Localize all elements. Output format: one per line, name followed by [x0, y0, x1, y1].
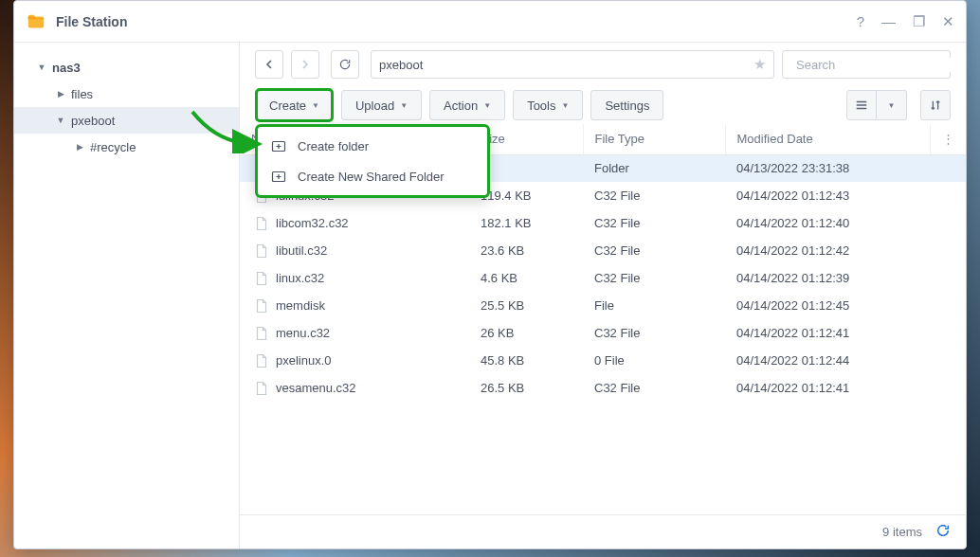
file-name: vesamenu.c32 [276, 381, 356, 395]
chevron-down-icon: ▼ [483, 101, 491, 110]
titlebar: File Station ? — ❐ ✕ [14, 1, 966, 43]
table-row[interactable]: libcom32.c32182.1 KBC32 File04/14/2022 0… [240, 209, 966, 237]
view-mode-group: ▼ [846, 90, 907, 120]
btn-label: Create [269, 99, 306, 113]
sort-button[interactable] [920, 90, 951, 120]
caret-right-icon: ▶ [75, 142, 84, 152]
tree-item-recycle[interactable]: ▶ #recycle [14, 134, 239, 160]
file-name: memdisk [276, 298, 325, 313]
new-shared-icon [271, 169, 286, 184]
sidebar: ▼ nas3 ▶ files ▼ pxeboot ▶ #recycle [14, 43, 240, 548]
file-type: C32 File [583, 182, 725, 209]
settings-button[interactable]: Settings [590, 90, 663, 120]
window-title: File Station [56, 14, 857, 29]
file-icon [255, 216, 268, 231]
tree-item-pxeboot[interactable]: ▼ pxeboot [14, 107, 239, 134]
file-size: 26 KB [469, 319, 583, 347]
window-controls: ? — ❐ ✕ [857, 14, 954, 28]
tree-label: pxeboot [71, 114, 115, 128]
file-icon [255, 353, 268, 368]
file-modified: 04/13/2022 23:31:38 [725, 154, 931, 182]
file-name: linux.c32 [276, 271, 324, 285]
menu-label: Create New Shared Folder [298, 170, 445, 184]
star-icon[interactable]: ★ [753, 56, 766, 73]
btn-label: Upload [355, 99, 394, 113]
file-icon [255, 298, 268, 314]
file-type: Folder [583, 154, 725, 182]
file-size: 23.6 KB [469, 237, 583, 264]
file-icon [255, 271, 268, 286]
tree-root[interactable]: ▼ nas3 [14, 54, 239, 81]
file-icon [255, 381, 268, 396]
file-type: C32 File [583, 374, 725, 402]
file-modified: 04/14/2022 01:12:43 [725, 182, 931, 209]
caret-down-icon: ▼ [56, 116, 65, 125]
file-modified: 04/14/2022 01:12:42 [725, 237, 931, 264]
path-input[interactable] [379, 58, 753, 72]
list-view-button[interactable] [846, 90, 877, 120]
body: ▼ nas3 ▶ files ▼ pxeboot ▶ #recycle [14, 43, 966, 548]
create-dropdown: Create folder Create New Shared Folder [255, 124, 490, 198]
file-name: libutil.c32 [276, 243, 327, 258]
tree-label: files [71, 87, 93, 101]
file-size: 25.5 KB [469, 292, 583, 319]
tree-label: #recycle [90, 140, 136, 154]
create-button[interactable]: Create ▼ [255, 88, 334, 122]
chevron-down-icon: ▼ [312, 101, 319, 110]
help-button[interactable]: ? [857, 14, 864, 28]
btn-label: Settings [605, 99, 649, 113]
btn-label: Action [444, 99, 478, 113]
view-dropdown-button[interactable]: ▼ [877, 90, 907, 120]
file-type: C32 File [583, 319, 725, 347]
search-input[interactable] [796, 58, 955, 72]
create-shared-folder-item[interactable]: Create New Shared Folder [258, 161, 487, 191]
file-type: File [583, 292, 725, 319]
file-modified: 04/14/2022 01:12:45 [725, 292, 931, 319]
maximize-button[interactable]: ❐ [913, 14, 925, 28]
file-modified: 04/14/2022 01:12:44 [725, 347, 931, 374]
file-icon [255, 326, 268, 341]
app-folder-icon [26, 11, 46, 32]
file-name: pxelinux.0 [276, 353, 332, 368]
nav-toolbar: ★ [240, 43, 966, 86]
table-row[interactable]: linux.c324.6 KBC32 File04/14/2022 01:12:… [240, 264, 966, 292]
file-size: 4.6 KB [469, 264, 583, 292]
main-panel: ★ Create ▼ Upload ▼ Action ▼ [240, 43, 966, 548]
close-button[interactable]: ✕ [942, 14, 954, 28]
file-type: 0 File [583, 347, 725, 374]
tree-item-files[interactable]: ▶ files [14, 81, 239, 107]
item-count: 9 items [882, 525, 922, 539]
upload-button[interactable]: Upload ▼ [341, 90, 422, 120]
col-more[interactable]: ⋮ [931, 124, 967, 154]
table-row[interactable]: vesamenu.c3226.5 KBC32 File04/14/2022 01… [240, 374, 966, 402]
path-field[interactable]: ★ [371, 50, 774, 79]
file-name: menu.c32 [276, 326, 330, 340]
file-modified: 04/14/2022 01:12:39 [725, 264, 931, 292]
forward-button[interactable] [291, 50, 319, 79]
refresh-icon[interactable] [935, 523, 951, 542]
file-size: 26.5 KB [469, 374, 583, 402]
file-modified: 04/14/2022 01:12:41 [725, 374, 931, 402]
reload-button[interactable] [331, 50, 359, 79]
file-station-window: File Station ? — ❐ ✕ ▼ nas3 ▶ files ▼ px… [13, 0, 967, 549]
caret-down-icon: ▼ [37, 63, 46, 72]
create-folder-item[interactable]: Create folder [258, 131, 487, 161]
file-type: C32 File [583, 237, 725, 264]
file-modified: 04/14/2022 01:12:41 [725, 319, 931, 347]
table-row[interactable]: pxelinux.045.8 KB0 File04/14/2022 01:12:… [240, 347, 966, 374]
table-row[interactable]: menu.c3226 KBC32 File04/14/2022 01:12:41 [240, 319, 966, 347]
search-box[interactable] [782, 50, 951, 79]
tree-label: nas3 [52, 61, 81, 75]
table-row[interactable]: memdisk25.5 KBFile04/14/2022 01:12:45 [240, 292, 966, 319]
action-toolbar: Create ▼ Upload ▼ Action ▼ Tools ▼ Setti… [240, 86, 966, 124]
minimize-button[interactable]: — [881, 14, 896, 28]
action-button[interactable]: Action ▼ [429, 90, 505, 120]
col-type[interactable]: File Type [583, 124, 725, 154]
back-button[interactable] [255, 50, 283, 79]
file-size: 182.1 KB [469, 209, 583, 237]
statusbar: 9 items [240, 514, 966, 548]
col-modified[interactable]: Modified Date [725, 124, 931, 154]
tools-button[interactable]: Tools ▼ [513, 90, 583, 120]
table-row[interactable]: libutil.c3223.6 KBC32 File04/14/2022 01:… [240, 237, 966, 264]
file-size: 45.8 KB [469, 347, 583, 374]
